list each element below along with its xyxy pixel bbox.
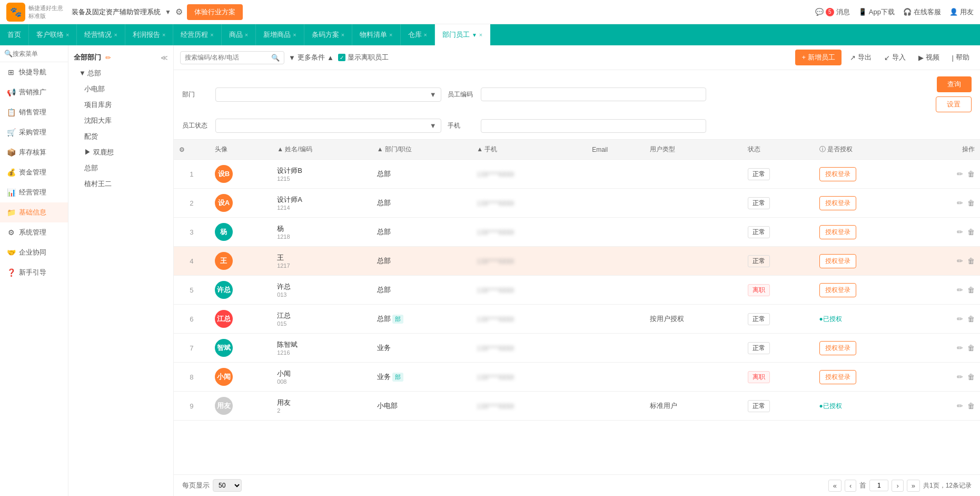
dept-item-沈阳大库[interactable]: 沈阳大库 (68, 113, 173, 129)
delete-btn[interactable]: 🗑 (967, 199, 975, 207)
gear-settings-btn[interactable]: ⚙ (175, 7, 183, 17)
auth-login-btn[interactable]: 授权登录 (819, 167, 856, 181)
nav-tab-利润报告[interactable]: 利润报告 × (125, 24, 173, 45)
delete-btn[interactable]: 🗑 (967, 315, 975, 323)
nav-tab-经营历程[interactable]: 经营历程 × (173, 24, 221, 45)
dept-collapse-icon[interactable]: ≪ (161, 54, 168, 62)
reset-btn[interactable]: 设置 (936, 96, 972, 112)
auth-login-btn[interactable]: 授权登录 (819, 370, 856, 384)
first-page-btn[interactable]: « (828, 480, 842, 492)
sidebar-item-enterprise[interactable]: 🤝 企业协同 (0, 242, 68, 262)
sidebar-item-purchase[interactable]: 🛒 采购管理 (0, 122, 68, 142)
employee-search-box[interactable]: 🔍 (180, 51, 284, 64)
sidebar-item-system[interactable]: ⚙ 系统管理 (0, 222, 68, 242)
auth-login-btn[interactable]: 授权登录 (819, 196, 856, 210)
app-download-item[interactable]: 📱 App下载 (858, 7, 895, 17)
last-page-btn[interactable]: » (907, 480, 920, 492)
next-page-btn[interactable]: › (892, 480, 903, 492)
page-size-select[interactable]: 102050100 (213, 479, 242, 492)
dept-edit-icon[interactable]: ✏ (105, 54, 111, 62)
edit-btn[interactable]: ✏ (957, 286, 963, 294)
show-former-check[interactable]: ✓ 显示离职员工 (338, 53, 389, 62)
add-employee-btn[interactable]: + 新增员工 (795, 50, 841, 65)
dept-filter-select[interactable]: ▼ (215, 87, 441, 102)
online-service-item[interactable]: 🎧 在线客服 (903, 7, 941, 17)
dept-item-双鹿想[interactable]: ▶ 双鹿想 (68, 144, 173, 160)
empstatus-filter-select[interactable]: ▼ (215, 119, 441, 133)
sidebar-item-sales[interactable]: 📋 销售管理 (0, 102, 68, 122)
col-actions: ✏ 🗑 (918, 247, 980, 276)
nav-tab-条码方案[interactable]: 条码方案 × (304, 24, 352, 45)
delete-btn[interactable]: 🗑 (967, 373, 975, 381)
emp-name: 江总 (277, 311, 367, 320)
sidebar-item-guide[interactable]: ❓ 新手引导 (0, 262, 68, 283)
col-status: 离职 (743, 276, 814, 305)
import-btn[interactable]: ↙ 导入 (880, 51, 910, 64)
nav-tab-物料清单[interactable]: 物料清单 × (352, 24, 400, 45)
sidebar-item-inventory[interactable]: 📦 库存核算 (0, 142, 68, 162)
emp-name: 杨 (277, 224, 367, 234)
auth-login-btn[interactable]: 授权登录 (819, 341, 856, 355)
help-btn[interactable]: | 帮助 (948, 51, 974, 64)
try-industry-btn[interactable]: 体验行业方案 (187, 4, 243, 20)
view-btn[interactable]: ▶ 视频 (914, 51, 944, 64)
auth-login-btn[interactable]: 授权登录 (819, 225, 856, 239)
edit-btn[interactable]: ✏ (957, 373, 963, 381)
nav-tab-客户联络[interactable]: 客户联络 × (29, 24, 77, 45)
search-icon[interactable]: 🔍 (271, 54, 280, 62)
nav-tab-商品[interactable]: 商品 × (222, 24, 256, 45)
phone-filter-input[interactable] (481, 119, 707, 133)
dept-item-植村王二[interactable]: 植村王二 (68, 176, 173, 192)
dept-item-项目库房[interactable]: 项目库房 (68, 97, 173, 113)
sidebar-search-input[interactable] (13, 50, 68, 57)
message-item[interactable]: 💬 5 消息 (815, 7, 850, 17)
edit-btn[interactable]: ✏ (957, 344, 963, 352)
sidebar-item-finance[interactable]: 💰 资金管理 (0, 162, 68, 182)
col-actions: ✏ 🗑 (918, 392, 980, 421)
col-no: 4 (174, 247, 210, 276)
delete-btn[interactable]: 🗑 (967, 228, 975, 236)
nav-tab-经营情况[interactable]: 经营情况 × (77, 24, 125, 45)
sidebar-item-marketing[interactable]: 📢 营销推广 (0, 82, 68, 102)
dept-item-总部[interactable]: ▼ 总部 (68, 65, 173, 81)
sidebar-icon-marketing: 📢 (6, 88, 16, 96)
edit-btn[interactable]: ✏ (957, 315, 963, 323)
query-btn[interactable]: 查询 (937, 76, 972, 92)
delete-btn[interactable]: 🗑 (967, 344, 975, 352)
sidebar-item-quick-nav[interactable]: ⊞ 快捷导航 (0, 62, 68, 82)
delete-btn[interactable]: 🗑 (967, 170, 975, 178)
dept-item-配货[interactable]: 配货 (68, 129, 173, 144)
nav-tab-首页[interactable]: 首页 (0, 24, 29, 45)
nav-tab-仓库[interactable]: 仓库 × (401, 24, 435, 45)
employee-search-input[interactable] (185, 54, 269, 61)
edit-btn[interactable]: ✏ (957, 170, 963, 178)
export-btn[interactable]: ↗ 导出 (846, 51, 876, 64)
page-number-input[interactable] (869, 480, 888, 491)
auth-login-btn[interactable]: 授权登录 (819, 283, 856, 297)
more-filter-btn[interactable]: ▼ 更多条件 ▲ (289, 53, 334, 62)
sidebar-search-box[interactable]: 🔍 (0, 45, 68, 62)
delete-btn[interactable]: 🗑 (967, 257, 975, 265)
col-no: 7 (174, 334, 210, 363)
sidebar-icon-sales: 📋 (6, 108, 16, 116)
col-avatar: 许总 (210, 276, 272, 305)
prev-page-btn[interactable]: ‹ (845, 480, 856, 492)
sidebar-item-operation[interactable]: 📊 经营管理 (0, 182, 68, 202)
nav-tab-部门员工[interactable]: 部门员工 ▼ × (435, 24, 490, 45)
edit-btn[interactable]: ✏ (957, 228, 963, 236)
empcode-filter-input[interactable] (481, 87, 707, 101)
dept-item-小电部[interactable]: 小电部 (68, 81, 173, 97)
edit-btn[interactable]: ✏ (957, 199, 963, 207)
user-item[interactable]: 👤 用友 (949, 7, 974, 17)
dept-item-总部[interactable]: 总部 (68, 160, 173, 176)
edit-btn[interactable]: ✏ (957, 402, 963, 410)
sidebar-item-basic-info[interactable]: 📁 基础信息 (0, 202, 68, 222)
edit-btn[interactable]: ✏ (957, 257, 963, 265)
system-dropdown-btn[interactable]: ▼ (165, 8, 171, 16)
avatar: 江总 (215, 310, 233, 328)
delete-btn[interactable]: 🗑 (967, 286, 975, 294)
auth-login-btn[interactable]: 授权登录 (819, 254, 856, 268)
delete-btn[interactable]: 🗑 (967, 402, 975, 410)
nav-tab-新增商品[interactable]: 新增商品 × (256, 24, 304, 45)
empcode-filter-row: 员工编码 (448, 87, 707, 101)
